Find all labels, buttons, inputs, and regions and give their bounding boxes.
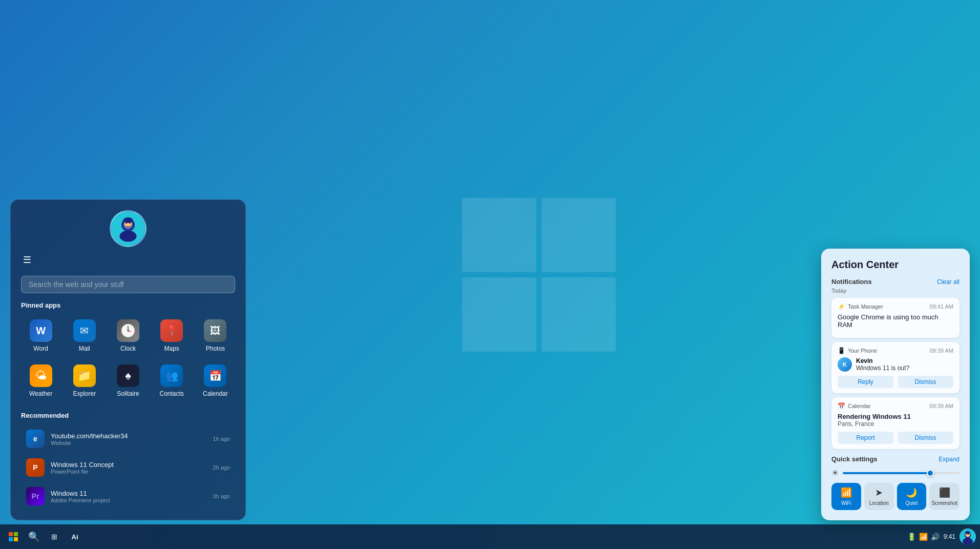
dismiss-calendar-button[interactable]: Dismiss: [898, 432, 953, 444]
app-photos[interactable]: 🖼 Photos: [196, 315, 235, 356]
action-center: Action Center Notifications Clear all To…: [821, 249, 970, 520]
volume-icon: 🔊: [931, 533, 940, 541]
expand-button[interactable]: Expand: [939, 456, 960, 463]
search-taskbar-button[interactable]: 🔍: [25, 527, 43, 546]
ai-label: Ai: [72, 533, 78, 541]
search-taskbar-icon: 🔍: [28, 531, 39, 542]
phone-icon: 📱: [838, 347, 845, 354]
app-contacts[interactable]: 👥 Contacts: [152, 360, 192, 401]
pinned-apps-title: Pinned apps: [21, 301, 235, 309]
dismiss-phone-button[interactable]: Dismiss: [898, 376, 953, 388]
svg-rect-16: [14, 537, 18, 541]
wifi-taskbar-icon: 📶: [919, 533, 928, 541]
task-manager-icon: ⚡: [838, 303, 845, 310]
user-avatar[interactable]: [110, 210, 147, 247]
taskbar-clock[interactable]: 9:41: [944, 533, 955, 541]
notification-calendar: 📅 Calendar 09:39 AM Rendering Windows 11…: [831, 397, 960, 449]
app-calendar[interactable]: 📅 Calendar: [196, 360, 235, 401]
screenshot-button[interactable]: ⬛ Screenshot: [929, 483, 960, 510]
start-menu: ☰ Pinned apps W Word ✉ Mail: [10, 199, 246, 520]
recommended-list: e Youtube.com/thehacker34 Website 1h ago…: [21, 425, 235, 510]
brightness-icon: ☀: [831, 468, 839, 478]
calendar-notif-icon: 📅: [838, 402, 845, 410]
app-solitaire[interactable]: ♠ Solitaire: [108, 360, 148, 401]
quiet-icon: 🌙: [906, 487, 917, 498]
taskbar: 🔍 ⊞ Ai 🔋 📶 🔊 9:41: [0, 524, 980, 549]
word-icon: W: [30, 319, 52, 342]
explorer-icon: 📁: [73, 364, 96, 387]
edge-icon: e: [26, 430, 45, 448]
svg-point-12: [127, 330, 129, 332]
app-weather[interactable]: 🌤 Weather: [21, 360, 60, 401]
rec-item-edge[interactable]: e Youtube.com/thehacker34 Website 1h ago: [21, 425, 235, 452]
task-view-button[interactable]: ⊞: [45, 527, 64, 546]
quick-settings-buttons: 📶 WiFi ➤ Location 🌙 Quiet ⬛ Screenshot: [831, 483, 960, 510]
app-explorer[interactable]: 📁 Explorer: [65, 360, 104, 401]
svg-point-23: [965, 531, 970, 534]
pinned-apps-grid: W Word ✉ Mail Clock: [21, 315, 235, 401]
today-label: Today: [831, 288, 960, 294]
rec-item-ppt[interactable]: P Windows 11 Concept PowerPoint file 2h …: [21, 454, 235, 481]
hamburger-button[interactable]: ☰: [21, 252, 33, 268]
app-mail[interactable]: ✉ Mail: [65, 315, 104, 356]
search-input[interactable]: [21, 276, 235, 293]
app-word[interactable]: W Word: [21, 315, 60, 356]
weather-icon: 🌤: [30, 364, 52, 387]
rec-item-premiere[interactable]: Pr Windows 11 Adobe Premiere project 3h …: [21, 483, 235, 510]
clear-all-button[interactable]: Clear all: [937, 278, 960, 286]
task-view-icon: ⊞: [51, 533, 57, 541]
premiere-icon: Pr: [26, 487, 45, 505]
powerpoint-icon: P: [26, 458, 45, 477]
start-menu-header: ☰: [21, 252, 235, 268]
mail-icon: ✉: [73, 319, 96, 342]
recommended-title: Recommended: [21, 412, 235, 419]
svg-rect-14: [14, 532, 18, 536]
ai-button[interactable]: Ai: [66, 527, 84, 546]
reply-button[interactable]: Reply: [838, 376, 893, 388]
notifications-label: Notifications: [831, 278, 872, 286]
windows-logo: [462, 198, 616, 352]
app-maps[interactable]: 📍 Maps: [152, 315, 192, 356]
brightness-control: ☀: [831, 468, 960, 478]
report-button[interactable]: Report: [838, 432, 893, 444]
kevin-avatar: K: [838, 357, 852, 372]
taskbar-right: 🔋 📶 🔊 9:41: [907, 528, 976, 545]
notification-task-manager: ⚡ Task Manager 09:41 AM Google Chrome is…: [831, 298, 960, 338]
notifications-header: Notifications Clear all: [831, 278, 960, 286]
quiet-button[interactable]: 🌙 Quiet: [897, 483, 927, 510]
contacts-icon: 👥: [160, 364, 183, 387]
brightness-slider[interactable]: [843, 472, 960, 474]
svg-rect-15: [9, 537, 13, 541]
wifi-button[interactable]: 📶 WiFi: [831, 483, 861, 510]
location-button[interactable]: ➤ Location: [864, 483, 894, 510]
solitaire-icon: ♠: [117, 364, 139, 387]
app-clock[interactable]: Clock: [108, 315, 148, 356]
taskbar-avatar[interactable]: [960, 528, 976, 545]
photos-icon: 🖼: [204, 319, 226, 342]
location-icon: ➤: [875, 487, 883, 498]
maps-icon: 📍: [160, 319, 183, 342]
screenshot-icon: ⬛: [939, 487, 950, 498]
start-button[interactable]: [4, 527, 23, 546]
svg-point-3: [120, 231, 137, 242]
quick-settings-label: Quick settings: [831, 455, 878, 463]
notification-your-phone: 📱 Your Phone 09:39 AM K Kevin Windows 11…: [831, 342, 960, 393]
svg-point-7: [123, 217, 133, 223]
system-icons: 🔋 📶 🔊: [907, 533, 940, 541]
calendar-icon: 📅: [204, 364, 226, 387]
action-center-title: Action Center: [831, 259, 960, 271]
svg-rect-13: [9, 532, 13, 536]
taskbar-left: 🔍 ⊞ Ai: [4, 527, 84, 546]
battery-icon: 🔋: [907, 533, 916, 541]
clock-icon: [117, 319, 139, 342]
quick-settings-header: Quick settings Expand: [831, 455, 960, 463]
wifi-icon: 📶: [841, 487, 852, 498]
